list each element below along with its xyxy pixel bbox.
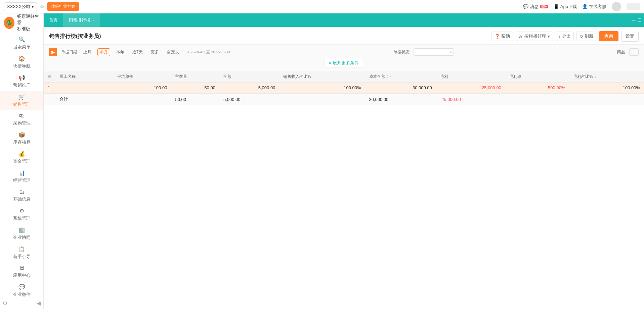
filter-row-2: ▾ 展开更多条件 bbox=[49, 59, 639, 67]
cell-avg-price: 100.00 bbox=[113, 83, 171, 94]
status-select[interactable] bbox=[414, 48, 454, 56]
date-more-btn[interactable]: 更多 bbox=[149, 49, 161, 56]
sidebar-settings-icon[interactable]: ⚙ bbox=[3, 300, 7, 306]
tab-bar: 首页 销售排行榜 × ─ □ bbox=[44, 13, 644, 27]
filter-toggle-icon[interactable]: ▶ bbox=[49, 48, 57, 56]
sidebar-label-sales: 销售管理 bbox=[13, 101, 31, 107]
table-wrapper: ⚙ 员工名称 平均单价 主数量 全额 销售收入占比% 成本全额 ⓘ 毛利 毛利率… bbox=[44, 71, 644, 309]
sidebar-label-quicknav: 快捷导航 bbox=[13, 63, 31, 69]
window-maximize-icon[interactable]: □ bbox=[638, 17, 641, 23]
goods-filter-label: 商品 bbox=[617, 49, 625, 55]
page-actions: ❓ 帮助 🖨 按模板打印 ▾ ↓ 导出 ↺ 刷新 bbox=[491, 31, 639, 42]
window-minimize-icon[interactable]: ─ bbox=[632, 17, 635, 23]
basic-icon: 🗂 bbox=[19, 189, 25, 195]
col-settings[interactable]: ⚙ bbox=[44, 71, 55, 83]
tab-close-icon[interactable]: × bbox=[92, 18, 94, 22]
expand-conditions-btn[interactable]: ▾ 展开更多条件 bbox=[325, 59, 363, 67]
footer-qty: 50.00 bbox=[171, 93, 219, 105]
cell-name bbox=[55, 83, 113, 94]
sales-icon: 🛒 bbox=[18, 94, 25, 100]
sidebar-item-search[interactable]: 🔍搜索菜单 bbox=[0, 34, 43, 53]
avatar[interactable] bbox=[612, 2, 621, 11]
footer-label: 合计 bbox=[55, 93, 113, 105]
table-row: 1 100.00 50.00 5,000.00 100.00% 30,000.0… bbox=[44, 83, 644, 94]
sidebar-item-enterprise[interactable]: 🏢企业协同 bbox=[0, 224, 43, 243]
page-title: 销售排行榜(按业务员) bbox=[49, 33, 101, 40]
sidebar-bottom: ⚙ ◀ bbox=[0, 297, 43, 309]
sidebar-label-inventory: 库存核算 bbox=[13, 139, 31, 145]
refresh-icon: ↺ bbox=[579, 34, 583, 39]
cell-sales-pct: 100.00% bbox=[279, 83, 365, 94]
date-current-btn[interactable]: 本月 bbox=[97, 48, 110, 56]
sidebar-label-marketing: 营销推广 bbox=[13, 82, 31, 88]
cost-info-icon[interactable]: ⓘ bbox=[387, 74, 391, 79]
message-button[interactable]: 💬 消息 99+ bbox=[523, 4, 548, 10]
sidebar-item-basic[interactable]: 🗂基础信息 bbox=[0, 186, 43, 205]
trial-button[interactable]: 体验行业方案 bbox=[47, 2, 79, 11]
app-icon: 📱 bbox=[554, 4, 559, 9]
status-filter-label: 单据状态 bbox=[393, 49, 410, 55]
status-select-wrapper: ▾ bbox=[414, 48, 454, 56]
enterprise-icon: 🏢 bbox=[18, 227, 25, 233]
col-gross: 毛利 bbox=[436, 71, 505, 83]
tab-bar-right: ─ □ bbox=[632, 17, 644, 23]
cell-gross-rate: -500.00% bbox=[505, 83, 569, 94]
cell-total: 5,000.00 bbox=[219, 83, 279, 94]
setting-button[interactable]: 设置 bbox=[621, 31, 639, 42]
chevron-down-icon: ▾ bbox=[548, 34, 550, 39]
logo-text: 畅康通好生意 标准版 bbox=[17, 13, 39, 32]
sidebar-item-operations[interactable]: 📊经营管理 bbox=[0, 167, 43, 186]
main-layout: 🐉 畅康通好生意 标准版 🔍搜索菜单🏠快捷导航📢营销推广🛒销售管理🛍采购管理📦库… bbox=[0, 13, 644, 309]
online-service-button[interactable]: 👤 在线客服 bbox=[582, 4, 606, 10]
wechat-icon: 💬 bbox=[18, 284, 25, 290]
date-custom-btn[interactable]: 自定义 bbox=[165, 49, 181, 56]
sidebar-item-inventory[interactable]: 📦库存核算 bbox=[0, 129, 43, 148]
sidebar-label-basic: 基础信息 bbox=[13, 196, 31, 202]
gross-pct-sort-icon[interactable]: ↕ bbox=[595, 75, 596, 79]
tab-home[interactable]: 首页 bbox=[44, 13, 63, 27]
query-button[interactable]: 查询 bbox=[599, 31, 618, 41]
help-button[interactable]: ❓ 帮助 bbox=[491, 32, 513, 41]
top-bar: XXXXX公司 ▾ ⚙ 体验行业方案 💬 消息 99+ 📱 App下载 👤 在线… bbox=[0, 0, 644, 13]
cell-gross: -25,000.00 bbox=[436, 83, 505, 94]
date-7days-btn[interactable]: 近7天 bbox=[130, 49, 145, 56]
refresh-button[interactable]: ↺ 刷新 bbox=[576, 32, 596, 41]
export-icon: ↓ bbox=[559, 34, 561, 39]
sidebar-label-appstore: 应用中心 bbox=[13, 272, 31, 278]
company-selector[interactable]: XXXXX公司 ▾ bbox=[4, 2, 37, 11]
sidebar-item-quicknav[interactable]: 🏠快捷导航 bbox=[0, 53, 43, 72]
print-button[interactable]: 🖨 按模板打印 ▾ bbox=[516, 32, 553, 41]
table-header-row: ⚙ 员工名称 平均单价 主数量 全额 销售收入占比% 成本全额 ⓘ 毛利 毛利率… bbox=[44, 71, 644, 83]
sidebar-item-appstore[interactable]: 🖥应用中心 bbox=[0, 262, 43, 281]
sidebar-item-guide[interactable]: 📋新手引导 bbox=[0, 243, 43, 262]
date-thisyear-btn[interactable]: 本年 bbox=[114, 49, 126, 56]
footer-gross: -25,000.00 bbox=[436, 93, 505, 105]
settings-icon[interactable]: ⚙ bbox=[40, 3, 44, 10]
page-content: 销售排行榜(按业务员) ❓ 帮助 🖨 按模板打印 ▾ ↓ 导出 bbox=[44, 27, 644, 309]
sidebar-item-finance[interactable]: 💰资金管理 bbox=[0, 148, 43, 167]
col-total: 全额 bbox=[219, 71, 279, 83]
export-button[interactable]: ↓ 导出 bbox=[556, 32, 574, 41]
sidebar-item-sales[interactable]: 🛒销售管理 bbox=[0, 91, 43, 110]
date-prev-btn[interactable]: 上月 bbox=[81, 49, 93, 56]
footer-settings bbox=[44, 93, 55, 105]
goods-selector[interactable]: ... bbox=[629, 48, 639, 56]
tab-sales-ranking[interactable]: 销售排行榜 × bbox=[63, 13, 100, 27]
sidebar-item-marketing[interactable]: 📢营销推广 bbox=[0, 72, 43, 91]
purchase-icon: 🛍 bbox=[19, 113, 25, 119]
filter-row-1: ▶ 单据日期 上月 本月 本年 近7天 更多 自定义 2023-06-01 至 … bbox=[49, 48, 639, 56]
sidebar-collapse-icon[interactable]: ◀ bbox=[37, 300, 41, 306]
sidebar-item-wechat[interactable]: 💬企业微信 bbox=[0, 281, 43, 297]
system-icon: ⚙ bbox=[19, 208, 24, 214]
message-badge: 99+ bbox=[540, 5, 548, 8]
app-download-button[interactable]: 📱 App下载 bbox=[554, 4, 577, 10]
sidebar-label-finance: 资金管理 bbox=[13, 158, 31, 164]
sidebar-item-purchase[interactable]: 🛍采购管理 bbox=[0, 110, 43, 129]
sidebar-nav: 🔍搜索菜单🏠快捷导航📢营销推广🛒销售管理🛍采购管理📦库存核算💰资金管理📊经营管理… bbox=[0, 32, 43, 297]
col-gross-pct: 毛利占比% ↕ bbox=[569, 71, 644, 83]
sidebar-label-purchase: 采购管理 bbox=[13, 120, 31, 126]
sidebar-item-system[interactable]: ⚙系统管理 bbox=[0, 205, 43, 224]
marketing-icon: 📢 bbox=[18, 74, 25, 81]
chevron-down-icon: ▾ bbox=[32, 4, 34, 9]
sidebar-logo: 🐉 畅康通好生意 标准版 bbox=[0, 13, 43, 32]
